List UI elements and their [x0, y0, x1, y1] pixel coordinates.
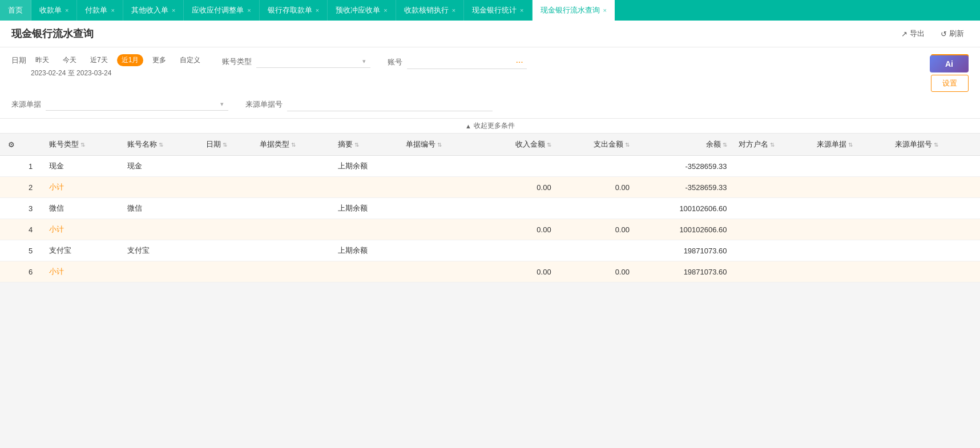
row-date [200, 261, 254, 282]
nav-tab-yushou[interactable]: 预收冲应收单 × [328, 0, 396, 21]
col-account-name[interactable]: 账号名称⇅ [122, 134, 200, 156]
date-btn-yesterday[interactable]: 昨天 [31, 54, 54, 66]
row-doc-type [254, 219, 332, 240]
row-balance: 100102606.60 [635, 219, 733, 240]
collapse-bar[interactable]: ▲ 收起更多条件 [0, 119, 980, 134]
nav-tab-label: 现金银行流水查询 [541, 5, 600, 15]
row-income: 0.00 [478, 177, 556, 198]
settings-button[interactable]: 设置 [931, 75, 969, 92]
refresh-button[interactable]: ↺ 刷新 [936, 26, 969, 41]
row-doc-type [254, 156, 332, 177]
col-expense[interactable]: 支出金额⇅ [557, 134, 635, 156]
close-icon[interactable]: × [172, 7, 175, 14]
table-row: 3 微信 微信 上期余额 100102606.60 [0, 198, 980, 219]
row-expense: 0.00 [557, 219, 635, 240]
row-expense [557, 240, 635, 261]
row-doc-type [254, 198, 332, 219]
date-btn-more[interactable]: 更多 [148, 54, 171, 66]
row-source-doc-no [889, 156, 980, 177]
col-doc-no[interactable]: 单据编号⇅ [400, 134, 478, 156]
row-summary: 上期余额 [332, 240, 400, 261]
row-gear [0, 219, 23, 240]
nav-tab-label: 收款核销执行 [404, 5, 449, 15]
row-date [200, 198, 254, 219]
table-row: 5 支付宝 支付宝 上期余额 19871073.60 [0, 240, 980, 261]
page-title: 现金银行流水查询 [11, 27, 94, 41]
date-btn-today[interactable]: 今天 [58, 54, 81, 66]
source-doc-label: 来源单据 [11, 99, 41, 110]
sort-icon: ⇅ [848, 142, 853, 148]
row-account-type: 微信 [43, 198, 122, 219]
close-icon[interactable]: × [316, 7, 319, 14]
nav-home-label: 首页 [8, 5, 23, 15]
row-date [200, 240, 254, 261]
row-gear [0, 198, 23, 219]
row-date [200, 156, 254, 177]
row-source-doc-no [889, 240, 980, 261]
col-income[interactable]: 收入金额⇅ [478, 134, 556, 156]
nav-tab-shoudan[interactable]: 收款单 × [31, 0, 77, 21]
close-icon[interactable]: × [247, 7, 251, 14]
date-btn-custom[interactable]: 自定义 [175, 54, 205, 66]
close-icon[interactable]: × [452, 7, 455, 14]
export-button[interactable]: ↗ 导出 [897, 26, 929, 41]
row-balance: -3528659.33 [635, 177, 733, 198]
row-index: 5 [23, 240, 43, 261]
col-doc-type[interactable]: 单据类型⇅ [254, 134, 332, 156]
row-source-doc [811, 240, 889, 261]
row-doc-type [254, 261, 332, 282]
col-account-type[interactable]: 账号类型⇅ [43, 134, 122, 156]
nav-tab-qita[interactable]: 其他收入单 × [123, 0, 184, 21]
close-icon[interactable]: × [65, 7, 68, 14]
dots-icon[interactable]: ··· [512, 57, 526, 67]
col-gear[interactable]: ⚙ [0, 134, 23, 156]
close-icon[interactable]: × [111, 7, 114, 14]
row-balance: 19871073.60 [635, 240, 733, 261]
date-btn-1month[interactable]: 近1月 [117, 54, 144, 66]
nav-home[interactable]: 首页 [0, 0, 31, 21]
nav-tab-label: 收款单 [39, 5, 62, 15]
date-shortcuts: 昨天 今天 近7天 近1月 更多 自定义 [31, 54, 205, 66]
nav-tab-label: 其他收入单 [131, 5, 168, 15]
row-gear [0, 261, 23, 282]
row-doc-no [400, 156, 478, 177]
col-source-doc-no[interactable]: 来源单据号⇅ [889, 134, 980, 156]
close-icon[interactable]: × [384, 7, 387, 14]
sort-icon: ⇅ [291, 142, 296, 148]
date-btn-7days[interactable]: 近7天 [86, 54, 112, 66]
row-doc-no [400, 261, 478, 282]
nav-tab-yingshou[interactable]: 应收应付调整单 × [184, 0, 259, 21]
row-index: 3 [23, 198, 43, 219]
col-source-doc[interactable]: 来源单据⇅ [811, 134, 889, 156]
table-row: 2 小计 0.00 0.00 -3528659.33 [0, 177, 980, 198]
account-type-select[interactable]: ▾ [256, 55, 370, 68]
col-balance[interactable]: 余额⇅ [635, 134, 733, 156]
row-index: 4 [23, 219, 43, 240]
row-balance: 19871073.60 [635, 261, 733, 282]
nav-tab-yinhang[interactable]: 银行存取款单 × [260, 0, 328, 21]
close-icon[interactable]: × [520, 7, 523, 14]
row-account-type: 现金 [43, 156, 122, 177]
col-counterparty[interactable]: 对方户名⇅ [733, 134, 811, 156]
source-doc-select[interactable]: ▾ [46, 98, 228, 111]
sort-icon: ⇅ [159, 142, 163, 148]
source-doc-no-input[interactable] [287, 98, 493, 111]
close-icon[interactable]: × [603, 7, 607, 14]
nav-tab-fukuan[interactable]: 付款单 × [77, 0, 123, 21]
nav-tab-hexiao[interactable]: 收款核销执行 × [396, 0, 464, 21]
row-summary: 上期余额 [332, 156, 400, 177]
row-account-type: 支付宝 [43, 240, 122, 261]
table-body: 1 现金 现金 上期余额 -3528659.33 2 小计 0.00 0.00 … [0, 156, 980, 282]
nav-tab-liushui[interactable]: 现金银行流水查询 × [533, 0, 615, 21]
nav-tab-tongji[interactable]: 现金银行统计 × [464, 0, 532, 21]
export-icon: ↗ [901, 30, 908, 38]
row-doc-no [400, 240, 478, 261]
account-input[interactable] [407, 55, 512, 68]
row-counterparty [733, 156, 811, 177]
row-doc-no [400, 198, 478, 219]
row-doc-no [400, 177, 478, 198]
col-date[interactable]: 日期⇅ [200, 134, 254, 156]
col-summary[interactable]: 摘要⇅ [332, 134, 400, 156]
ai-badge[interactable]: Ai [930, 55, 969, 72]
top-navigation: 首页 收款单 × 付款单 × 其他收入单 × 应收应付调整单 × 银行存取款单 … [0, 0, 980, 21]
